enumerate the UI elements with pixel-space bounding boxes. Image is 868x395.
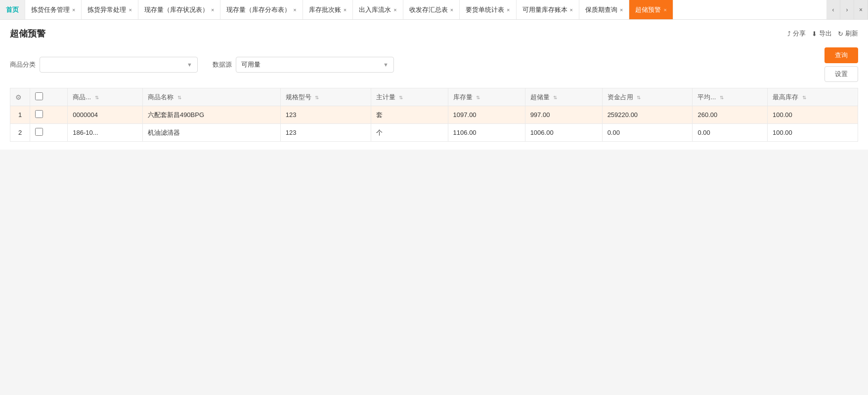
sort-icon-overage[interactable]: ⇅ [553, 95, 557, 100]
nav-arrow-close[interactable]: × [854, 0, 868, 20]
category-label: 商品分类 [10, 60, 36, 69]
col-label-capital: 资金占用 [608, 93, 633, 101]
row-average: 0.00 [693, 124, 768, 142]
tab-close-icon[interactable]: × [570, 7, 573, 13]
sort-icon-average[interactable]: ⇅ [720, 95, 724, 100]
tab-label: 可用量库存账本 [522, 5, 567, 14]
table-row: 1 0000004 六配套新昌490BPG 123 套 1097.00 997.… [10, 106, 858, 124]
nav-tab-tab10[interactable]: 保质期查询× [579, 0, 629, 20]
export-button[interactable]: ⬇ 导出 [812, 29, 832, 38]
tab-close-icon[interactable]: × [450, 7, 453, 13]
row-average: 260.00 [693, 106, 768, 124]
nav-tab-tab6[interactable]: 出入库流水× [353, 0, 403, 20]
tab-label: 超储预警 [635, 5, 661, 14]
tab-close-icon[interactable]: × [344, 7, 347, 13]
row-stock: 1106.00 [448, 124, 525, 142]
sort-icon-spec[interactable]: ⇅ [315, 95, 319, 100]
page-header: 超储预警 ⤴ 分享 ⬇ 导出 ↻ 刷新 [10, 28, 858, 40]
refresh-button[interactable]: ↻ 刷新 [838, 29, 858, 38]
row-maxstock: 100.00 [768, 124, 858, 142]
nav-home[interactable]: 首页 [0, 0, 25, 20]
row-capital: 0.00 [602, 124, 693, 142]
datasource-value: 可用量 [241, 60, 260, 69]
row-product-name: 六配套新昌490BPG [142, 106, 280, 124]
nav-arrow-left[interactable]: ‹ [826, 0, 840, 20]
tab-label: 拣货异常处理 [87, 5, 126, 14]
tab-close-icon[interactable]: × [293, 7, 296, 13]
tab-close-icon[interactable]: × [211, 7, 214, 13]
page-content: 超储预警 ⤴ 分享 ⬇ 导出 ↻ 刷新 商品分类 ▼ 数据源 [0, 20, 868, 150]
row-unit: 套 [371, 106, 448, 124]
page-title: 超储预警 [10, 28, 45, 40]
nav-tab-tab4[interactable]: 现存量（库存分布表）× [220, 0, 303, 20]
col-header-product-name: 商品名称 ⇅ [142, 88, 280, 106]
filter-category: 商品分类 ▼ [10, 57, 198, 73]
col-label-stock: 库存量 [453, 93, 473, 101]
sort-icon-unit[interactable]: ⇅ [399, 95, 403, 100]
nav-arrow-right[interactable]: › [840, 0, 854, 20]
nav-tab-tab8[interactable]: 要货单统计表× [460, 0, 516, 20]
refresh-icon: ↻ [838, 30, 843, 38]
tab-close-icon[interactable]: × [663, 7, 666, 13]
share-button[interactable]: ⤴ 分享 [787, 29, 806, 38]
row-capital: 259220.00 [602, 106, 693, 124]
col-header-unit: 主计量 ⇅ [371, 88, 448, 106]
tab-label: 现存量（库存分布表） [226, 5, 291, 14]
category-select[interactable]: ▼ [40, 57, 198, 73]
export-icon: ⬇ [812, 30, 817, 38]
col-label-spec: 规格型号 [286, 93, 311, 101]
datasource-select[interactable]: 可用量 ▼ [236, 57, 394, 73]
nav-tab-tab7[interactable]: 收发存汇总表× [403, 0, 460, 20]
nav-tab-tab5[interactable]: 库存批次账× [303, 0, 353, 20]
header-actions: ⤴ 分享 ⬇ 导出 ↻ 刷新 [787, 29, 858, 38]
row-spec: 123 [280, 124, 371, 142]
col-header-spec: 规格型号 ⇅ [280, 88, 371, 106]
share-icon: ⤴ [787, 30, 791, 38]
nav-tabs: 拣货任务管理×拣货异常处理×现存量（库存状况表）×现存量（库存分布表）×库存批次… [25, 0, 826, 20]
row-checkbox-cell [30, 106, 68, 124]
tab-close-icon[interactable]: × [620, 7, 623, 13]
nav-tab-tab3[interactable]: 现存量（库存状况表）× [138, 0, 220, 20]
nav-tab-tab11[interactable]: 超储预警× [629, 0, 673, 20]
data-table: ⚙ 商品... ⇅ 商品名称 ⇅ 规格型号 ⇅ 主计量 [10, 88, 858, 142]
nav-tab-tab9[interactable]: 可用量库存账本× [517, 0, 579, 20]
row-overage: 997.00 [525, 106, 602, 124]
tab-close-icon[interactable]: × [72, 7, 75, 13]
col-header-overage: 超储量 ⇅ [525, 88, 602, 106]
table-row: 2 186-10... 机油滤清器 123 个 1106.00 1006.00 … [10, 124, 858, 142]
nav-tab-tab1[interactable]: 拣货任务管理× [25, 0, 82, 20]
settings-button[interactable]: 设置 [825, 66, 858, 82]
table-gear-icon[interactable]: ⚙ [15, 93, 22, 101]
sort-icon-product-name[interactable]: ⇅ [177, 95, 181, 100]
col-label-overage: 超储量 [530, 93, 550, 101]
row-spec: 123 [280, 106, 371, 124]
col-label-average: 平均... [697, 93, 716, 101]
row-product-name: 机油滤清器 [142, 124, 280, 142]
query-button[interactable]: 查询 [825, 47, 858, 63]
row-checkbox[interactable] [35, 110, 43, 118]
sort-icon-stock[interactable]: ⇅ [476, 95, 480, 100]
row-checkbox[interactable] [35, 128, 43, 136]
sort-icon-maxstock[interactable]: ⇅ [802, 95, 806, 100]
tab-close-icon[interactable]: × [129, 7, 131, 13]
tab-label: 收发存汇总表 [409, 5, 448, 14]
datasource-label: 数据源 [213, 60, 232, 69]
table-body: 1 0000004 六配套新昌490BPG 123 套 1097.00 997.… [10, 106, 858, 142]
tab-close-icon[interactable]: × [507, 7, 510, 13]
sort-icon-product-code[interactable]: ⇅ [95, 95, 99, 100]
col-header-stock: 库存量 ⇅ [448, 88, 525, 106]
filter-datasource: 数据源 可用量 ▼ [213, 57, 394, 73]
nav-tab-tab2[interactable]: 拣货异常处理× [82, 0, 138, 20]
col-header-average: 平均... ⇅ [693, 88, 768, 106]
row-maxstock: 100.00 [768, 106, 858, 124]
select-all-checkbox[interactable] [35, 92, 43, 100]
tab-label: 库存批次账 [309, 5, 341, 14]
top-nav-bar: 首页 拣货任务管理×拣货异常处理×现存量（库存状况表）×现存量（库存分布表）×库… [0, 0, 868, 20]
col-label-product-name: 商品名称 [148, 93, 174, 101]
datasource-arrow-icon: ▼ [383, 62, 389, 68]
tab-label: 现存量（库存状况表） [144, 5, 209, 14]
home-label: 首页 [6, 5, 19, 14]
filter-actions: 查询 设置 [825, 47, 858, 82]
sort-icon-capital[interactable]: ⇅ [637, 95, 641, 100]
tab-close-icon[interactable]: × [393, 7, 396, 13]
